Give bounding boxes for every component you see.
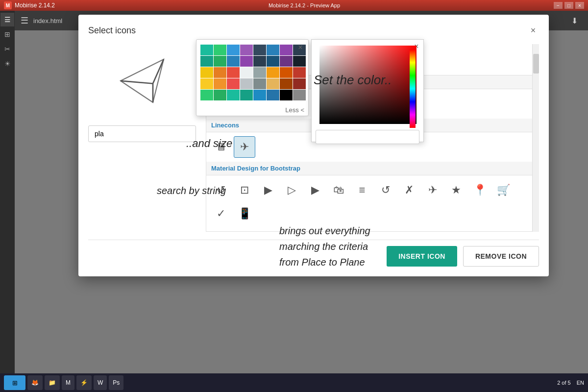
icon-item[interactable]: ↺ <box>210 179 232 201</box>
material-design-header: Material Design for Bootstrap <box>206 162 539 175</box>
search-input[interactable] <box>88 125 196 142</box>
icon-preview-area <box>88 44 196 118</box>
remove-icon-btn[interactable]: REMOVE ICON <box>463 246 539 267</box>
sidebar-icon-grid[interactable]: ⊞ <box>0 27 14 41</box>
close-btn[interactable]: × <box>575 2 584 9</box>
icon-item[interactable]: ↺ <box>375 179 396 201</box>
toolbar-filename: index.html <box>33 17 62 24</box>
swatch-cell[interactable] <box>240 78 253 89</box>
icon-item[interactable]: ▷ <box>281 179 302 201</box>
scrollbar-track[interactable] <box>532 44 539 232</box>
icon-item[interactable]: ≡ <box>351 179 373 201</box>
color-picker-popup: × Less < <box>196 39 309 116</box>
sidebar-icon-menu[interactable]: ☰ <box>0 13 14 26</box>
swatch-cell[interactable] <box>280 45 293 55</box>
swatch-cell[interactable] <box>267 67 279 78</box>
dialog-close-btn[interactable]: × <box>527 24 539 36</box>
swatch-cell[interactable] <box>253 78 266 89</box>
color-swatches-grid <box>196 40 308 104</box>
less-more-btn[interactable]: Less < <box>196 104 308 116</box>
icon-item[interactable]: ⊡ <box>234 179 255 201</box>
hex-input[interactable] <box>316 130 419 144</box>
icon-item[interactable]: 🛒 <box>492 179 514 201</box>
icon-item[interactable]: ✗ <box>398 179 420 201</box>
swatch-cell[interactable] <box>267 90 279 100</box>
icon-item[interactable]: 📱 <box>234 203 255 224</box>
swatch-cell[interactable] <box>240 67 253 78</box>
taskbar-folder-btn[interactable]: 📁 <box>45 375 60 390</box>
hue-strip[interactable] <box>410 49 416 128</box>
swatch-cell[interactable] <box>253 67 266 78</box>
icon-item[interactable]: 📍 <box>469 179 490 201</box>
left-panel <box>88 44 196 232</box>
app-icon: M <box>4 1 12 9</box>
swatch-cell[interactable] <box>214 78 226 89</box>
scrollbar-thumb[interactable] <box>533 54 539 74</box>
window-controls: − □ × <box>554 2 584 9</box>
swatch-cell[interactable] <box>227 78 240 89</box>
title-bar: M Mobirise 2.14.2 Mobirise 2.14.2 - Prev… <box>0 0 588 11</box>
swatch-cell[interactable] <box>200 67 213 78</box>
sidebar-icon-clip[interactable]: ✂ <box>0 42 14 56</box>
swatch-cell[interactable] <box>200 45 213 55</box>
taskbar-lang: EN <box>577 380 584 386</box>
swatch-cell[interactable] <box>293 78 306 89</box>
toolbar-menu-icon[interactable]: ☰ <box>21 15 28 26</box>
left-sidebar: ☰ ⊞ ✂ ☀ <box>0 11 15 392</box>
swatch-cell[interactable] <box>214 45 226 55</box>
swatch-cell[interactable] <box>214 67 226 78</box>
swatch-cell[interactable] <box>280 90 293 100</box>
icon-item[interactable]: 🛍 <box>328 179 349 201</box>
icon-item[interactable]: ▶ <box>257 179 279 201</box>
swatch-cell[interactable] <box>200 78 213 89</box>
swatch-cell[interactable] <box>200 90 213 100</box>
taskbar-word-btn[interactable]: W <box>94 375 107 390</box>
svg-line-1 <box>121 81 153 84</box>
taskbar-photoshop-btn[interactable]: Ps <box>109 375 123 390</box>
toolbar-download-btn[interactable]: ⬇ <box>566 14 582 27</box>
icon-item[interactable]: 🖥 <box>210 136 232 158</box>
swatch-cell[interactable] <box>267 56 279 67</box>
taskbar: ⊞ 🦊 📁 M ⚡ W Ps 2 of 5 EN <box>0 373 588 392</box>
taskbar-mobirise-btn[interactable]: M <box>62 375 74 390</box>
minimize-btn[interactable]: − <box>554 2 563 9</box>
swatch-cell[interactable] <box>240 90 253 100</box>
swatch-cell[interactable] <box>293 56 306 67</box>
maximize-btn[interactable]: □ <box>564 2 573 9</box>
swatch-cell[interactable] <box>280 56 293 67</box>
swatch-cell[interactable] <box>214 90 226 100</box>
swatch-cell[interactable] <box>253 90 266 100</box>
swatch-cell[interactable] <box>240 45 253 55</box>
swatch-cell[interactable] <box>227 45 240 55</box>
icon-item[interactable]: ✓ <box>210 203 232 224</box>
swatch-cell[interactable] <box>280 67 293 78</box>
icon-item[interactable]: ▶ <box>304 179 326 201</box>
swatch-cell[interactable] <box>253 45 266 55</box>
swatch-cell[interactable] <box>293 67 306 78</box>
sidebar-icon-sun[interactable]: ☀ <box>0 57 14 71</box>
icon-item[interactable]: ★ <box>445 179 467 201</box>
icon-item-selected[interactable]: ✈ <box>234 136 255 158</box>
taskbar-filezilla-btn[interactable]: ⚡ <box>76 375 92 390</box>
gradient-area[interactable] <box>319 46 416 124</box>
page-title: Mobirise 2.14.2 - Preview App <box>55 2 554 8</box>
swatch-cell[interactable] <box>227 90 240 100</box>
swatch-cell[interactable] <box>240 56 253 67</box>
swatch-cell[interactable] <box>253 56 266 67</box>
start-btn[interactable]: ⊞ <box>4 375 25 390</box>
dialog-footer: INSERT ICON REMOVE ICON <box>88 240 539 267</box>
swatch-cell[interactable] <box>227 56 240 67</box>
swatch-cell[interactable] <box>267 78 279 89</box>
taskbar-firefox-btn[interactable]: 🦊 <box>27 375 43 390</box>
app-name: Mobirise 2.14.2 <box>15 2 55 9</box>
color-picker-close-btn[interactable]: × <box>295 43 305 52</box>
swatch-cell[interactable] <box>267 45 279 55</box>
icon-item[interactable]: ✈ <box>422 179 443 201</box>
insert-icon-btn[interactable]: INSERT ICON <box>387 246 457 267</box>
swatch-cell[interactable] <box>200 56 213 67</box>
swatch-cell[interactable] <box>214 56 226 67</box>
swatch-cell[interactable] <box>280 78 293 89</box>
swatch-cell[interactable] <box>293 90 306 100</box>
swatch-cell[interactable] <box>227 67 240 78</box>
select-icons-dialog: Select icons × Icon Color <box>78 15 549 276</box>
